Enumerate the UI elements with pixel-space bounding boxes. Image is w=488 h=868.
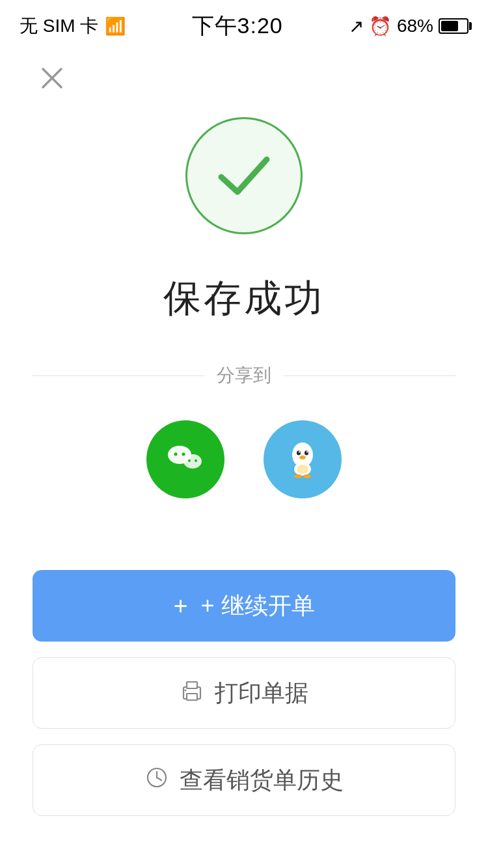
divider-line-right — [284, 375, 455, 376]
share-divider: 分享到 — [33, 363, 455, 388]
svg-point-9 — [297, 451, 301, 455]
svg-point-16 — [303, 474, 311, 478]
wifi-icon: 📶 — [105, 16, 126, 36]
qq-share-button[interactable] — [264, 420, 342, 498]
divider-line-left — [33, 375, 204, 376]
svg-rect-20 — [187, 694, 197, 700]
location-icon: ↗ — [349, 16, 364, 37]
battery-percent: 68% — [397, 16, 433, 36]
share-icons — [33, 420, 455, 498]
svg-point-17 — [297, 465, 308, 474]
history-label: 查看销货单历史 — [180, 765, 344, 796]
svg-point-15 — [294, 474, 302, 478]
history-icon — [144, 765, 169, 796]
continue-label: + 继续开单 — [201, 590, 315, 622]
wechat-icon — [163, 437, 208, 482]
close-icon — [39, 65, 65, 91]
status-right: ↗ ⏰ 68% — [349, 16, 468, 37]
print-icon — [180, 678, 204, 709]
history-button[interactable]: 查看销货单历史 — [33, 744, 455, 816]
svg-point-5 — [182, 453, 185, 456]
svg-point-7 — [195, 459, 197, 462]
main-content: 保存成功 分享到 — [0, 52, 488, 816]
print-button[interactable]: 打印单据 — [33, 657, 455, 729]
svg-rect-19 — [187, 682, 197, 688]
status-time: 下午3:20 — [192, 11, 283, 41]
print-label: 打印单据 — [215, 677, 308, 709]
status-left: 无 SIM 卡 📶 — [20, 14, 126, 38]
svg-point-10 — [305, 451, 308, 455]
success-title: 保存成功 — [163, 273, 325, 324]
continue-button[interactable]: + + 继续开单 — [33, 570, 455, 642]
close-button[interactable] — [33, 59, 72, 98]
wechat-share-button[interactable] — [146, 420, 224, 498]
svg-point-21 — [185, 689, 187, 691]
share-label: 分享到 — [217, 363, 271, 388]
qq-icon — [280, 437, 325, 482]
battery-icon — [439, 18, 468, 34]
continue-icon: + — [173, 592, 187, 620]
svg-line-24 — [157, 778, 161, 780]
action-buttons: + + 继续开单 打印单据 — [0, 570, 488, 816]
carrier-text: 无 SIM 卡 — [20, 14, 98, 38]
checkmark-icon — [215, 150, 273, 202]
status-bar: 无 SIM 卡 📶 下午3:20 ↗ ⏰ 68% — [0, 0, 488, 52]
success-circle — [185, 117, 303, 234]
battery-fill — [441, 21, 458, 31]
svg-point-4 — [174, 453, 178, 456]
svg-point-11 — [299, 451, 300, 452]
alarm-icon: ⏰ — [369, 16, 392, 37]
svg-point-6 — [188, 459, 191, 462]
svg-point-12 — [306, 451, 308, 452]
share-section: 分享到 — [0, 363, 488, 511]
battery-container — [439, 18, 468, 34]
svg-point-13 — [299, 455, 306, 459]
svg-point-3 — [183, 454, 202, 468]
